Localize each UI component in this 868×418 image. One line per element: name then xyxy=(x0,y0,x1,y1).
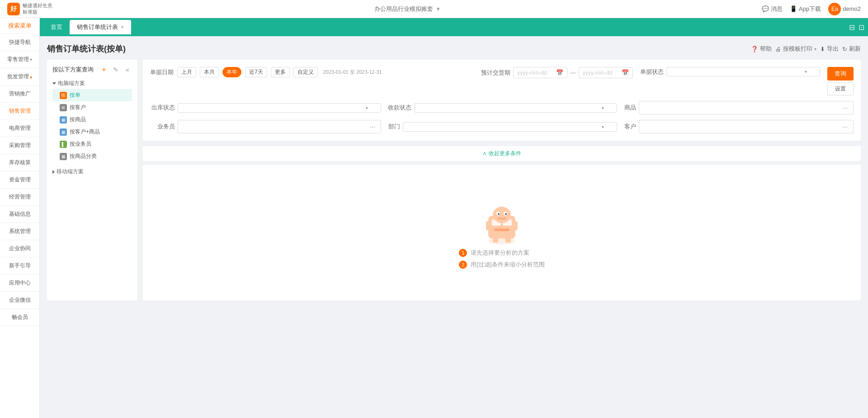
tab-sales-order[interactable]: 销售订单统计表 × xyxy=(70,20,131,34)
date-btn-custom[interactable]: 自定义 xyxy=(293,67,318,77)
salesman-label: 业务员 xyxy=(150,123,175,131)
scheme-edit-icon[interactable]: ✎ xyxy=(111,65,120,74)
sidebar-item-appcenter[interactable]: 应用中心 xyxy=(0,275,39,292)
tab-home[interactable]: 首页 xyxy=(43,20,70,34)
goods-group: 商品 ··· xyxy=(623,101,854,114)
sidebar-item-finance[interactable]: 资金管理 xyxy=(0,171,39,189)
scheme-item-by-goods-category[interactable]: ▦ 按商品分类 xyxy=(52,150,132,162)
sidebar-item-ecommerce[interactable]: 电商管理 xyxy=(0,120,39,137)
scheme-item-by-customer-goods-icon: ▦ xyxy=(60,128,67,136)
user-menu[interactable]: Ea demo2 xyxy=(828,3,861,15)
goods-more-icon[interactable]: ··· xyxy=(840,103,849,112)
filter-row-3: 业务员 ··· 部门 ▾ xyxy=(150,120,854,133)
customer-label: 客户 xyxy=(623,123,636,131)
salesman-more-icon[interactable]: ··· xyxy=(368,122,377,131)
sidebar-item-marketing[interactable]: 营销推广 xyxy=(0,86,39,103)
customer-input[interactable]: ··· xyxy=(639,120,854,133)
department-select[interactable]: ▾ xyxy=(403,122,618,132)
page-header: 销售订单统计表(按单) ❓ 帮助 🖨 按模板打印 ▾ ⬇ 导出 xyxy=(47,43,861,54)
settings-button[interactable]: 设置 xyxy=(827,82,854,95)
retail-chevron-icon: ▾ xyxy=(30,57,32,62)
sidebar-item-quicknav[interactable]: 快捷导航 xyxy=(0,34,39,51)
message-button[interactable]: 💬 消息 xyxy=(762,5,783,13)
date-btn-last-month[interactable]: 上月 xyxy=(177,67,196,77)
scheme-item-by-customer-goods[interactable]: ▦ 按客户+商品 xyxy=(52,126,132,138)
sidebar: 搜索菜单 快捷导航 零售管理 ▾ 批发管理 ▴ 营销推广 销售管理 电商管理 采… xyxy=(0,18,40,418)
scheme-item-by-salesman[interactable]: ▌ 按业务员 xyxy=(52,138,132,150)
order-status-label: 单据状态 xyxy=(640,68,664,76)
svg-point-9 xyxy=(493,207,511,223)
sidebar-item-system[interactable]: 系统管理 xyxy=(0,223,39,240)
refresh-icon: ↻ xyxy=(842,46,847,52)
scheme-item-by-customer-icon: ⊞ xyxy=(60,104,67,111)
sidebar-item-newuser[interactable]: 新手引导 xyxy=(0,257,39,275)
scheme-item-by-order[interactable]: 按 按单 xyxy=(52,89,132,101)
scheme-section-mobile-title[interactable]: 移动端方案 xyxy=(52,166,132,177)
sidebar-item-purchase[interactable]: 采购管理 xyxy=(0,137,39,154)
sidebar-item-operation[interactable]: 经营管理 xyxy=(0,189,39,206)
wholesale-chevron-icon: ▴ xyxy=(30,74,32,79)
sidebar-item-search[interactable]: 搜索菜单 xyxy=(0,18,39,34)
filter-panel: 单据日期 上月 本月 本年 近7天 更多 自定义 2023-01-01 xyxy=(143,60,861,141)
scheme-panel: 按以下方案查询 + ✎ « 电脑端方案 按 xyxy=(47,60,137,300)
sidebar-item-member[interactable]: 畅会员 xyxy=(0,309,39,326)
tab-close-icon[interactable]: × xyxy=(121,24,124,30)
sidebar-item-inventory[interactable]: 库存核算 xyxy=(0,154,39,171)
scheme-mobile-section: 移动端方案 xyxy=(52,166,132,177)
date-btn-this-month[interactable]: 本月 xyxy=(200,67,219,77)
scheme-item-by-goods-category-icon: ▦ xyxy=(60,153,67,160)
empty-tip-1: 1 请先选择要分析的方案 xyxy=(459,249,544,257)
top-bar-right: 💬 消息 📱 App下载 Ea demo2 xyxy=(762,3,861,15)
customer-more-icon[interactable]: ··· xyxy=(840,122,849,131)
scheme-item-by-customer[interactable]: ⊞ 按客户 xyxy=(52,101,132,114)
refresh-button[interactable]: ↻ 刷新 xyxy=(842,45,861,53)
collapse-bar[interactable]: ∧ 收起更多条件 xyxy=(143,146,861,161)
print-button[interactable]: 🖨 按模板打印 ▾ xyxy=(775,45,816,53)
svg-point-13 xyxy=(505,213,507,215)
scheme-item-by-goods[interactable]: ▦ 按商品 xyxy=(52,114,132,126)
scheme-section-pc-title[interactable]: 电脑端方案 xyxy=(52,78,132,89)
svg-rect-14 xyxy=(497,218,506,219)
help-button[interactable]: ❓ 帮助 xyxy=(751,45,772,53)
avatar: Ea xyxy=(828,3,841,15)
department-group: 部门 ▾ xyxy=(387,120,618,133)
tab-maximize-icon[interactable]: ⊡ xyxy=(859,23,864,32)
sidebar-item-retail[interactable]: 零售管理 ▾ xyxy=(0,51,39,68)
scheme-add-icon[interactable]: + xyxy=(99,65,108,74)
date-btn-more[interactable]: 更多 xyxy=(271,67,290,77)
date-filter-group: 单据日期 上月 本月 本年 近7天 更多 自定义 2023-01-01 xyxy=(150,67,474,79)
salesman-input[interactable]: ··· xyxy=(178,120,381,133)
date-btn-this-year[interactable]: 本年 xyxy=(222,67,241,77)
order-status-group: 单据状态 ▾ xyxy=(640,67,820,76)
app-download-button[interactable]: 📱 App下载 xyxy=(790,5,821,13)
scheme-collapse-icon[interactable]: « xyxy=(123,65,132,74)
expected-date-end-placeholder: yyyy-mm-dd xyxy=(583,70,612,76)
ship-status-select[interactable]: ▾ xyxy=(178,103,381,113)
sidebar-item-wholesale[interactable]: 批发管理 ▴ xyxy=(0,68,39,86)
date-btn-7days[interactable]: 近7天 xyxy=(245,67,267,77)
query-button[interactable]: 查询 xyxy=(827,67,854,81)
tab-minimize-icon[interactable]: ⊟ xyxy=(849,23,855,32)
svg-rect-6 xyxy=(514,221,518,230)
expected-date-start-input[interactable]: yyyy-mm-dd 📅 xyxy=(513,67,567,78)
sidebar-item-enterprise[interactable]: 企业协同 xyxy=(0,240,39,257)
svg-rect-4 xyxy=(494,228,509,231)
export-button[interactable]: ⬇ 导出 xyxy=(820,45,839,53)
breadcrumb-arrow-icon: ▾ xyxy=(437,5,440,12)
department-chevron-icon: ▾ xyxy=(602,124,604,129)
message-icon: 💬 xyxy=(762,5,769,12)
customer-group: 客户 ··· xyxy=(623,120,854,133)
sidebar-item-sales[interactable]: 销售管理 xyxy=(0,103,39,120)
empty-state: 1 请先选择要分析的方案 2 用[过滤]条件来缩小分析范围 xyxy=(143,165,861,300)
receipt-status-select[interactable]: ▾ xyxy=(414,103,618,113)
breadcrumb-area[interactable]: 办公用品行业模拟账套 ▾ xyxy=(374,5,440,13)
goods-input[interactable]: ··· xyxy=(639,101,854,114)
calendar-icon: 📅 xyxy=(556,69,563,76)
help-icon: ❓ xyxy=(751,46,758,52)
expected-date-end-input[interactable]: yyyy-mm-dd 📅 xyxy=(579,67,633,78)
sidebar-item-wechat[interactable]: 企业微信 xyxy=(0,292,39,309)
svg-rect-7 xyxy=(493,236,498,242)
order-status-select[interactable]: ▾ xyxy=(666,67,820,76)
sidebar-item-basic[interactable]: 基础信息 xyxy=(0,206,39,223)
query-buttons: 查询 设置 xyxy=(827,67,854,95)
